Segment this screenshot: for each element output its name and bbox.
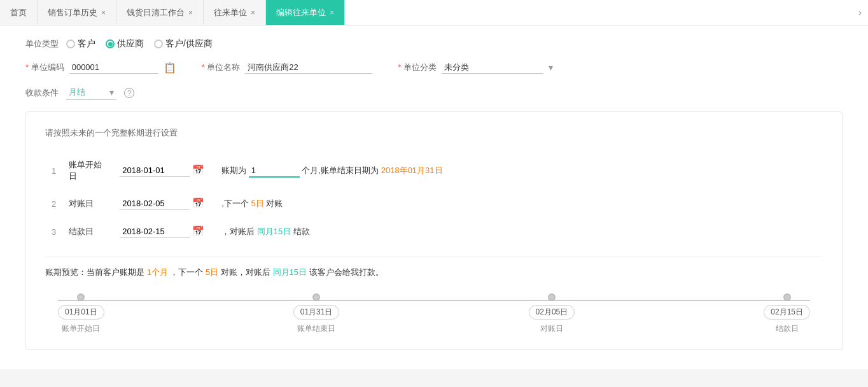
radio-both-label: 客户/供应商 xyxy=(165,38,213,50)
period-end-date: 2018年01月31日 xyxy=(381,165,443,175)
tab-edit-units-close[interactable]: × xyxy=(330,8,334,17)
node-3-caption: 结款日 xyxy=(776,323,799,334)
step-2-prefix: ,下一个 xyxy=(221,199,249,208)
payment-row: 收款条件 月结 ▾ ? xyxy=(25,85,843,100)
node-1-caption: 账单结束日 xyxy=(297,323,335,334)
period-unit: 个月,账单结束日期为 xyxy=(302,165,381,175)
step-3-date-input[interactable] xyxy=(120,225,190,238)
step-3-num: 3 xyxy=(45,218,62,246)
preview-section: 账期预览：当前客户账期是 1个月 ，下一个 5日 对账，对账后 同月15日 该客… xyxy=(45,256,823,334)
fields-row: 单位编码 📋 单位名称 单位分类 ▾ xyxy=(25,61,843,74)
payment-select[interactable]: 月结 ▾ xyxy=(66,85,116,100)
preview-sep1: ，下一个 xyxy=(170,267,203,277)
preview-sep2: 对账，对账后 xyxy=(221,267,270,277)
node-3-dot xyxy=(783,293,791,301)
name-group: 单位名称 xyxy=(202,61,373,74)
step-1-num: 1 xyxy=(45,151,62,190)
tab-bar: 首页 销售订单历史 × 钱货日清工作台 × 往来单位 × 编辑往来单位 × › xyxy=(0,0,868,25)
tab-cash-work-label: 钱货日清工作台 xyxy=(127,7,185,18)
unit-type-label: 单位类型 xyxy=(25,38,59,50)
tab-sales-history[interactable]: 销售订单历史 × xyxy=(38,0,116,25)
preview-part1: 1个月 xyxy=(147,267,168,277)
timeline-node-0: 01月01日 账单开始日 xyxy=(58,293,104,334)
radio-customer[interactable]: 客户 xyxy=(66,38,95,50)
node-2-badge: 02月05日 xyxy=(529,305,575,320)
step-1-date-input[interactable] xyxy=(120,164,190,177)
timeline-node-2: 02月05日 对账日 xyxy=(529,293,575,334)
tab-home-label: 首页 xyxy=(10,7,27,18)
step-3-desc: ，对账后 同月15日 结款 xyxy=(215,218,823,246)
category-input[interactable] xyxy=(442,61,543,74)
step-2-highlight: 5日 xyxy=(251,199,263,208)
tab-units-close[interactable]: × xyxy=(251,8,255,17)
step-2-name: 对账日 xyxy=(62,190,113,218)
node-2-caption: 对账日 xyxy=(540,323,563,334)
tab-sales-history-close[interactable]: × xyxy=(101,8,106,17)
tab-cash-work[interactable]: 钱货日清工作台 × xyxy=(116,0,204,25)
tab-edit-units[interactable]: 编辑往来单位 × xyxy=(266,0,345,25)
node-0-dot xyxy=(77,293,85,301)
code-copy-icon[interactable]: 📋 xyxy=(164,62,176,74)
timeline-node-3: 02月15日 结款日 xyxy=(764,293,810,334)
step-2-date-input[interactable] xyxy=(120,197,190,210)
payment-help-icon[interactable]: ? xyxy=(124,88,134,98)
node-0-caption: 账单开始日 xyxy=(62,323,100,334)
step-1-cal-icon[interactable]: 📅 xyxy=(192,164,204,175)
step-2-cal-icon[interactable]: 📅 xyxy=(192,197,204,208)
preview-suffix: 该客户会给我打款。 xyxy=(309,267,384,277)
unit-type-radio-group: 客户 供应商 客户/供应商 xyxy=(66,38,213,50)
panel-description: 请按照未来的一个完整帐期进行设置 xyxy=(45,127,823,139)
preview-part2: 5日 xyxy=(206,267,218,277)
tab-units[interactable]: 往来单位 × xyxy=(204,0,266,25)
step-1-date-cell: 📅 xyxy=(113,151,215,190)
step-3-highlight: 同月15日 xyxy=(257,227,291,236)
tab-more-button[interactable]: › xyxy=(852,0,868,25)
timeline-node-1: 01月31日 账单结束日 xyxy=(293,293,340,334)
radio-customer-circle xyxy=(66,39,75,48)
timeline-nodes: 01月01日 账单开始日 01月31日 账单结束日 02月05日 对账日 xyxy=(58,293,810,334)
unit-type-row: 单位类型 客户 供应商 客户/供应商 xyxy=(25,38,843,50)
node-1-badge: 01月31日 xyxy=(293,305,340,320)
radio-supplier-label: 供应商 xyxy=(117,38,144,50)
preview-label: 账期预览：当前客户账期是 xyxy=(45,267,144,277)
node-2-dot xyxy=(548,293,556,301)
name-label: 单位名称 xyxy=(202,62,241,73)
radio-supplier[interactable]: 供应商 xyxy=(106,38,144,50)
node-3-badge: 02月15日 xyxy=(764,305,810,320)
timeline-wrapper: 01月01日 账单开始日 01月31日 账单结束日 02月05日 对账日 xyxy=(45,293,823,334)
payment-dropdown-icon: ▾ xyxy=(109,87,114,97)
step-1-desc: 账期为 个月,账单结束日期为 2018年01月31日 xyxy=(215,151,823,190)
preview-text: 账期预览：当前客户账期是 1个月 ，下一个 5日 对账，对账后 同月15日 该客… xyxy=(45,267,823,278)
steps-table: 1 账单开始日 📅 账期为 个月,账单结束日期为 2018年01月31日 xyxy=(45,151,823,246)
node-0-badge: 01月01日 xyxy=(58,305,104,320)
category-label: 单位分类 xyxy=(398,62,437,73)
payment-label: 收款条件 xyxy=(25,87,59,99)
tab-cash-work-close[interactable]: × xyxy=(188,8,193,17)
category-group: 单位分类 ▾ xyxy=(398,61,553,74)
step-1-name: 账单开始日 xyxy=(62,151,113,190)
node-1-dot xyxy=(312,293,320,301)
step-3-date-cell: 📅 xyxy=(113,218,215,246)
step-2-num: 2 xyxy=(45,190,62,218)
radio-customer-label: 客户 xyxy=(78,38,95,50)
radio-both-circle xyxy=(154,39,163,48)
period-label: 账期为 xyxy=(221,165,246,175)
name-input[interactable] xyxy=(245,61,372,74)
category-dropdown-icon[interactable]: ▾ xyxy=(549,62,553,73)
settings-panel: 请按照未来的一个完整帐期进行设置 1 账单开始日 📅 账期为 个月,账单结束日期… xyxy=(25,111,843,350)
step-3-suffix: 结款 xyxy=(293,227,310,236)
code-group: 单位编码 📋 xyxy=(25,61,176,74)
page-content: 单位类型 客户 供应商 客户/供应商 单位编码 📋 单位名称 xyxy=(0,25,868,369)
period-input[interactable] xyxy=(249,164,300,178)
code-input[interactable] xyxy=(69,61,158,74)
step-3-row: 3 结款日 📅 ，对账后 同月15日 结款 xyxy=(45,218,823,246)
tab-sales-history-label: 销售订单历史 xyxy=(48,7,97,18)
radio-both[interactable]: 客户/供应商 xyxy=(154,38,213,50)
step-2-date-cell: 📅 xyxy=(113,190,215,218)
tab-edit-units-label: 编辑往来单位 xyxy=(276,7,326,18)
step-3-cal-icon[interactable]: 📅 xyxy=(192,225,204,236)
step-1-row: 1 账单开始日 📅 账期为 个月,账单结束日期为 2018年01月31日 xyxy=(45,151,823,190)
payment-value: 月结 xyxy=(69,87,107,98)
code-label: 单位编码 xyxy=(25,62,64,73)
tab-home[interactable]: 首页 xyxy=(0,0,38,25)
